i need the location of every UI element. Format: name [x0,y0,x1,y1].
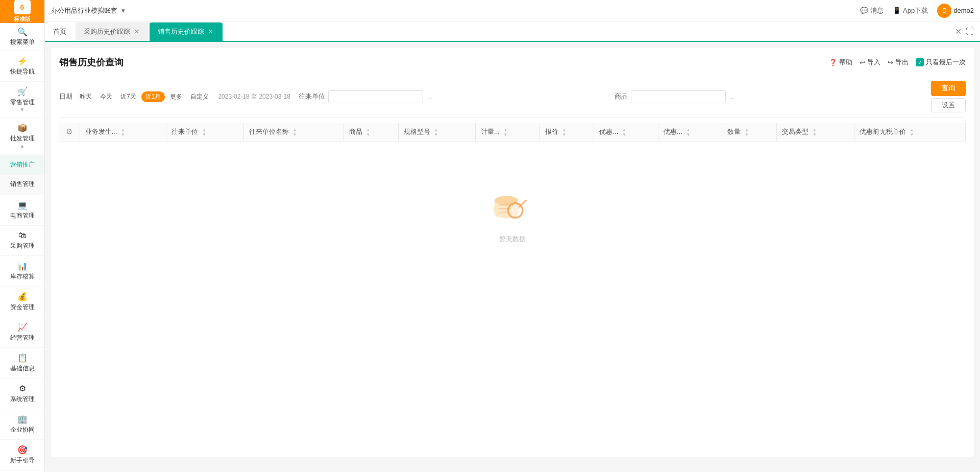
sort-icon-biz-date: ▲▼ [121,128,125,137]
col-partner-code[interactable]: 往来单位 ▲▼ [166,123,243,141]
sidebar-item-system[interactable]: ⚙ 系统管理 [0,379,45,409]
tab-expand-button[interactable]: ⛶ [966,27,974,36]
settings-icon: ⚙ [66,127,72,136]
logo-icon: 6 [14,0,31,14]
export-label: 导出 [895,58,909,67]
goods-filter-label: 商品 [615,92,628,101]
sidebar-item-marketing[interactable]: 营销推广 [0,155,45,175]
partner-filter-dots[interactable]: ... [426,93,432,101]
sort-icon-quote: ▲▼ [562,128,566,137]
search-icon: 🔍 [17,27,28,37]
sidebar-item-ops[interactable]: 📈 经营管理 [0,317,45,348]
col-quote[interactable]: 报价 ▲▼ [540,123,594,141]
date-btn-1month[interactable]: 近1月 [141,91,165,102]
sidebar-item-purchase[interactable]: 🛍 采购管理 [0,226,45,256]
tab-sales-history[interactable]: 销售历史价跟踪 ✕ [150,22,223,41]
topbar-left: 办公用品行业模拟账套 ▾ [51,6,125,15]
sidebar-item-inventory[interactable]: 📊 库存核算 [0,256,45,287]
sort-icon-trade: ▲▼ [813,128,817,137]
col-discount1[interactable]: 优惠... ▲▼ [594,123,658,141]
retail-expand-icon: ▼ [20,107,25,112]
tab-purchase-history[interactable]: 采购历史价跟踪 ✕ [76,22,149,41]
sidebar: 6 标准版 🔍 搜索菜单 ⚡ 快捷导航 🛒 零售管理 ▼ 📦 批发管理 ▲ 营销… [0,0,45,472]
col-spec[interactable]: 规格型号 ▲▼ [398,123,475,141]
sort-icon-unit: ▲▼ [504,128,508,137]
message-icon: 💬 [860,7,868,14]
col-goods[interactable]: 商品 ▲▼ [344,123,398,141]
sidebar-search-section[interactable]: 🔍 搜索菜单 [0,23,44,51]
col-qty[interactable]: 数量 ▲▼ [722,123,777,141]
only-last-checkbox-box: ✓ [916,58,924,66]
tab-home-label: 首页 [53,27,66,36]
help-label: 帮助 [839,58,852,67]
wholesale-expand-icon: ▲ [20,143,25,149]
app-logo: 6 标准版 [0,0,45,23]
empty-state: 暂无数据 [59,141,966,285]
date-btn-custom[interactable]: 自定义 [187,91,212,102]
empty-text: 暂无数据 [499,234,526,244]
ecommerce-icon: 💻 [17,200,28,210]
sidebar-item-basic[interactable]: 📋 基础信息 [0,348,45,379]
download-icon: 📱 [893,7,901,14]
message-button[interactable]: 💬 消息 [860,6,884,15]
col-settings[interactable]: ⚙ [59,123,80,141]
date-btn-yesterday[interactable]: 昨天 [77,91,95,102]
basic-icon: 📋 [17,353,28,363]
sidebar-item-enterprise[interactable]: 🏢 企业协同 [0,409,45,440]
goods-filter-input[interactable] [631,90,726,103]
sidebar-item-finance[interactable]: 💰 资金管理 [0,287,45,317]
sidebar-item-sales[interactable]: 销售管理 [0,175,45,194]
sort-icon-partner-name: ▲▼ [292,128,297,137]
search-menu-label[interactable]: 搜索菜单 [10,38,35,46]
only-last-checkbox[interactable]: ✓ 只看最后一次 [916,58,966,67]
tab-close-all-button[interactable]: ✕ [955,27,962,36]
app-download-button[interactable]: 📱 App下载 [893,6,928,15]
inventory-icon: 📊 [17,261,28,271]
export-button[interactable]: ↪ 导出 [888,58,909,67]
partner-filter-input[interactable] [328,90,423,103]
col-unit[interactable]: 计量... ▲▼ [476,123,540,141]
settings-button[interactable]: 设置 [931,98,966,112]
col-biz-date[interactable]: 业务发生... ▲▼ [80,123,166,141]
sidebar-item-newbie[interactable]: 🎯 新手引导 [0,440,45,470]
content-area: 销售历史价查询 ❓ 帮助 ↩ 导入 ↪ 导出 ✓ [45,42,980,472]
col-partner-name[interactable]: 往来单位名称 ▲▼ [243,123,344,141]
tab-purchase-close[interactable]: ✕ [133,28,140,35]
username: demo2 [953,7,974,14]
col-discount2[interactable]: 优惠... ▲▼ [658,123,722,141]
page-card: 销售历史价查询 ❓ 帮助 ↩ 导入 ↪ 导出 ✓ [51,48,974,457]
tab-home[interactable]: 首页 [45,22,75,41]
col-pretax-price[interactable]: 优惠前无税单价 ▲▼ [854,123,965,141]
quick-nav-icon: ⚡ [17,56,28,66]
col-trade-type[interactable]: 交易类型 ▲▼ [777,123,854,141]
filter-actions: 查询 设置 [931,81,966,112]
sidebar-item-wholesale[interactable]: 📦 批发管理 ▲ [0,118,45,154]
sidebar-item-ecommerce[interactable]: 💻 电商管理 [0,195,45,226]
date-filter-label: 日期 [59,92,72,101]
date-btn-more[interactable]: 更多 [167,91,185,102]
tabbar: 首页 采购历史价跟踪 ✕ 销售历史价跟踪 ✕ ✕ ⛶ [45,21,980,42]
page-header-actions: ❓ 帮助 ↩ 导入 ↪ 导出 ✓ 只看最后一次 [829,58,966,67]
topbar-dropdown-icon[interactable]: ▾ [121,7,125,14]
goods-filter-dots[interactable]: ... [729,93,734,101]
sidebar-item-retail[interactable]: 🛒 零售管理 ▼ [0,82,45,118]
date-btn-7days[interactable]: 近7天 [117,91,139,102]
sidebar-item-quick-nav[interactable]: ⚡ 快捷导航 [0,51,45,82]
import-button[interactable]: ↩ 导入 [860,58,880,67]
tab-sales-close[interactable]: ✕ [207,28,214,35]
data-table: ⚙ 业务发生... ▲▼ 往来单位 ▲▼ 往来单位名称 [59,123,966,285]
help-button[interactable]: ❓ 帮助 [829,58,852,67]
avatar: D [937,4,951,18]
wholesale-icon: 📦 [17,123,28,133]
user-menu[interactable]: D demo2 [937,4,974,18]
export-icon: ↪ [888,59,893,66]
sort-icon-pretax: ▲▼ [910,128,914,137]
finance-icon: 💰 [17,292,28,301]
table-wrapper: ⚙ 业务发生... ▲▼ 往来单位 ▲▼ 往来单位名称 [59,123,966,285]
sort-icon-partner: ▲▼ [202,128,206,137]
date-filter-group: 日期 昨天 今天 近7天 近1月 更多 自定义 2023-02-18 至 202… [59,91,290,102]
message-label: 消息 [870,6,884,15]
search-button[interactable]: 查询 [931,81,966,96]
tabbar-actions: ✕ ⛶ [955,27,974,36]
date-btn-today[interactable]: 今天 [97,91,115,102]
